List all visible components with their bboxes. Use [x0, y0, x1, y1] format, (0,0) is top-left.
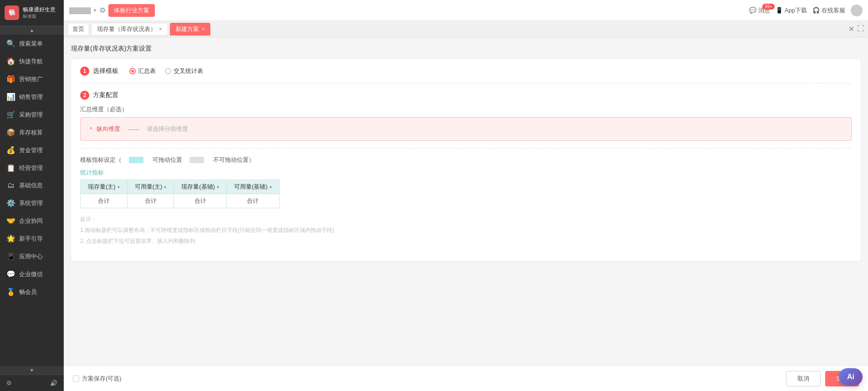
topbar-right: 💬 消息 99+ 📱 App下载 🎧 在线客服 [749, 5, 863, 16]
sidebar-footer: ⚙ 🔊 [0, 375, 64, 391]
base-info-label: 基础信息 [19, 181, 43, 190]
system-label: 系统管理 [19, 199, 43, 207]
indicator-legend-row: 模板指标设定（ 可拖动位置 不可拖动位置） [80, 156, 852, 164]
movable-indicator-swatch [129, 157, 143, 163]
inventory-icon: 📦 [6, 128, 15, 137]
tip-2: 2. 点击标题栏下拉可设置排序、插入列和删除列 [80, 236, 852, 247]
sidebar-nav: 🔍 搜索菜单 🏠 快捷导航 🎁 营销推广 📊 销售管理 🛒 采购管理 📦 库存核… [0, 35, 64, 366]
sound-icon[interactable]: 🔊 [50, 380, 57, 386]
col-chevron-3[interactable]: ▾ [270, 185, 272, 190]
col-header-0[interactable]: 现存量(主) ▾ [81, 180, 128, 194]
sidebar-item-sales[interactable]: 📊 销售管理 [0, 88, 64, 106]
cell-0-1: 合计 [127, 194, 174, 208]
topbar: ▓▓▓▓▓ ▾ ⚙ 体验行业方案 💬 消息 99+ 📱 App下载 🎧 在线客服 [64, 0, 868, 21]
sidebar-item-inventory[interactable]: 📦 库存核算 [0, 123, 64, 141]
radio-cross[interactable]: 交叉统计表 [165, 67, 203, 75]
step2-section: 2 方案配置 汇总维度（必选） * 纵向维度 —— 请选择分组维度 模板指标设定… [80, 91, 852, 247]
marketing-icon: 🎁 [6, 75, 15, 83]
window-expand-icon[interactable]: ⛶ [857, 25, 864, 33]
radio-summary[interactable]: 汇总表 [129, 67, 156, 75]
user-avatar[interactable] [851, 5, 863, 16]
app-edition: 标准版 [23, 13, 56, 20]
col-chevron-0[interactable]: ▾ [117, 185, 120, 190]
save-label: 方案保存(可选) [82, 375, 122, 383]
search-menu-label: 搜索菜单 [19, 40, 43, 48]
sidebar-scroll-up[interactable]: ▲ [0, 26, 64, 35]
sidebar-item-purchase[interactable]: 🛒 采购管理 [0, 106, 64, 123]
col-chevron-2[interactable]: ▾ [217, 185, 219, 190]
new-guide-icon: 🌟 [6, 234, 15, 243]
operations-icon: 📋 [6, 164, 15, 172]
finance-label: 资金管理 [19, 146, 43, 154]
tabbar: 首页 现存量（库存状况表） × 新建方案 × ✕ ⛶ [64, 21, 868, 37]
sidebar-item-operations[interactable]: 📋 经营管理 [0, 159, 64, 177]
radio-summary-circle [129, 68, 136, 74]
sidebar-item-marketing[interactable]: 🎁 营销推广 [0, 70, 64, 88]
table-row: 合计 合计 合计 合计 [81, 194, 280, 208]
sidebar-scroll-down[interactable]: ▼ [0, 366, 64, 375]
indicator-setting-label: 模板指标设定（ [80, 156, 122, 164]
topbar-chevron-icon: ▾ [93, 7, 97, 14]
finance-icon: 💰 [6, 146, 15, 154]
sidebar-item-finance[interactable]: 💰 资金管理 [0, 141, 64, 159]
sidebar-item-search-menu[interactable]: 🔍 搜索菜单 [0, 35, 64, 52]
ai-float-button[interactable]: Ai [839, 368, 863, 386]
settings-card: 1 选择模板 汇总表 交叉统计表 [71, 59, 861, 261]
search-menu-icon: 🔍 [6, 39, 15, 48]
base-info-icon: 🗂 [6, 181, 15, 190]
enterprise-icon: 🤝 [6, 216, 15, 225]
sidebar-item-quick-nav[interactable]: 🏠 快捷导航 [0, 52, 64, 70]
industry-plan-button[interactable]: 体验行业方案 [108, 4, 155, 17]
tab-inventory-status[interactable]: 现存量（库存状况表） × [91, 23, 168, 36]
stats-table: 现存量(主) ▾ 可用量(主) ▾ [80, 180, 280, 208]
sidebar-item-system[interactable]: ⚙️ 系统管理 [0, 194, 64, 212]
tab-new-plan-close-icon[interactable]: × [202, 26, 205, 32]
cell-0-2: 合计 [174, 194, 227, 208]
col-header-3[interactable]: 可用量(基辅) ▾ [227, 180, 280, 194]
step2-title: 方案配置 [93, 91, 118, 99]
dimension-field-label: 纵向维度 [97, 125, 120, 133]
summary-dim-label: 汇总维度（必选） [80, 105, 852, 113]
radio-cross-label: 交叉统计表 [174, 67, 203, 75]
step-divider [80, 83, 852, 83]
sidebar-item-enterprise[interactable]: 🤝 企业协同 [0, 212, 64, 230]
tab-inventory-close-icon[interactable]: × [159, 26, 162, 32]
wechat-icon: 💬 [6, 270, 15, 278]
cancel-button[interactable]: 取消 [786, 371, 821, 386]
app-download-button[interactable]: 📱 App下载 [776, 6, 807, 15]
sidebar-item-new-guide[interactable]: 🌟 新手引导 [0, 230, 64, 247]
radio-cross-circle [165, 68, 171, 74]
wechat-label: 企业微信 [19, 270, 43, 278]
purchase-icon: 🛒 [6, 110, 15, 119]
tab-new-plan[interactable]: 新建方案 × [170, 23, 210, 36]
tips-section: 提示： 1.拖动标题栏可以调整布局，不可跨维度或指标区域拖动栏目字段(只能在同一… [80, 214, 852, 247]
dimension-placeholder: 请选择分组维度 [147, 125, 188, 133]
sidebar-item-wechat[interactable]: 💬 企业微信 [0, 265, 64, 283]
window-close-icon[interactable]: ✕ [848, 25, 854, 33]
main-area: ▓▓▓▓▓ ▾ ⚙ 体验行业方案 💬 消息 99+ 📱 App下载 🎧 在线客服… [64, 0, 868, 391]
sidebar-item-base-info[interactable]: 🗂 基础信息 [0, 177, 64, 194]
sidebar-logo: 畅 畅康通好生意 标准版 [0, 0, 64, 26]
tab-new-plan-label: 新建方案 [175, 25, 199, 33]
indicator-divider [80, 148, 852, 149]
save-checkbox[interactable] [73, 376, 79, 382]
sales-label: 销售管理 [19, 93, 43, 101]
col-chevron-1[interactable]: ▾ [164, 185, 166, 190]
online-service-button[interactable]: 🎧 在线客服 [812, 6, 845, 15]
radio-summary-label: 汇总表 [138, 67, 156, 75]
col-header-1[interactable]: 可用量(主) ▾ [127, 180, 174, 194]
tab-home[interactable]: 首页 [67, 23, 89, 36]
gear-icon[interactable]: ⚙ [99, 6, 106, 15]
message-button[interactable]: 💬 消息 99+ [749, 6, 770, 15]
sidebar-item-membership[interactable]: 🏅 畅会员 [0, 283, 64, 301]
app-label: App下载 [785, 6, 807, 15]
movable-label: 可拖动位置 [153, 156, 182, 164]
cell-0-3: 合计 [227, 194, 280, 208]
content-area: 现存量(库存状况表)方案设置 1 选择模板 汇总表 交叉统计表 [64, 37, 868, 365]
service-label: 在线客服 [822, 6, 845, 15]
system-icon: ⚙️ [6, 199, 15, 207]
sidebar-item-app-center[interactable]: 📱 应用中心 [0, 247, 64, 265]
dimension-alert-box[interactable]: * 纵向维度 —— 请选择分组维度 [80, 117, 852, 141]
col-header-2[interactable]: 现存量(基辅) ▾ [174, 180, 227, 194]
settings-icon[interactable]: ⚙ [6, 380, 12, 386]
